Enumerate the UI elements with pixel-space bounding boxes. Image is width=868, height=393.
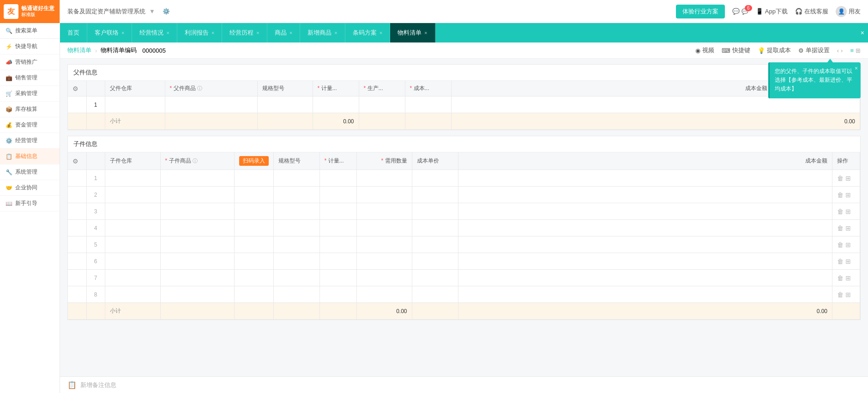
child-row2-unit-cost[interactable] bbox=[412, 187, 458, 203]
child-row1-cost-amount[interactable] bbox=[458, 170, 832, 187]
message-group[interactable]: 💬 6 💬 bbox=[732, 8, 748, 15]
child-row6-unit-cost[interactable] bbox=[412, 253, 458, 270]
online-service-group[interactable]: 🎧 在线客服 bbox=[795, 7, 828, 16]
child-row5-spec[interactable] bbox=[273, 236, 319, 253]
child-row4-warehouse[interactable] bbox=[105, 220, 160, 236]
child-row4-unit-cost[interactable] bbox=[412, 220, 458, 236]
child-row3-copy-icon[interactable]: ⊞ bbox=[845, 208, 851, 215]
child-row2-scan[interactable] bbox=[234, 187, 273, 203]
child-row7-product[interactable] bbox=[160, 270, 234, 286]
parent-row1-spec[interactable] bbox=[257, 97, 313, 113]
list-view-icon[interactable]: ≡ bbox=[850, 47, 854, 54]
sidebar-item-basic-info[interactable]: 📋 基础信息 bbox=[0, 149, 60, 164]
user-group[interactable]: 👤 用友 bbox=[836, 6, 861, 17]
header-settings-icon[interactable]: ⚙️ bbox=[163, 8, 170, 15]
child-row3-product[interactable] bbox=[160, 203, 234, 220]
child-row6-qty[interactable] bbox=[356, 253, 412, 270]
child-row8-unit-cost[interactable] bbox=[412, 286, 458, 303]
child-row2-product[interactable] bbox=[160, 187, 234, 203]
grid-view-icon[interactable]: ⊞ bbox=[856, 47, 861, 54]
child-row2-delete-icon[interactable]: 🗑 bbox=[837, 191, 844, 199]
tab-close-all[interactable]: × bbox=[857, 29, 868, 36]
extract-cost-action[interactable]: 💡 提取成本 bbox=[758, 46, 791, 54]
child-row5-copy-icon[interactable]: ⊞ bbox=[845, 241, 851, 248]
child-row7-warehouse[interactable] bbox=[105, 270, 160, 286]
child-row8-qty[interactable] bbox=[356, 286, 412, 303]
child-row4-spec[interactable] bbox=[273, 220, 319, 236]
child-row4-qty[interactable] bbox=[356, 220, 412, 236]
child-row7-qty[interactable] bbox=[356, 270, 412, 286]
child-row8-cost-amount[interactable] bbox=[458, 286, 832, 303]
tab-new-product-close[interactable]: × bbox=[334, 30, 337, 36]
child-row8-unit[interactable] bbox=[319, 286, 356, 303]
child-row2-unit[interactable] bbox=[319, 187, 356, 203]
child-row3-unit-cost[interactable] bbox=[412, 203, 458, 220]
parent-row1-unit[interactable] bbox=[313, 97, 359, 113]
parent-settings-icon[interactable]: ⚙ bbox=[72, 85, 78, 92]
tab-products[interactable]: 商品 × bbox=[267, 23, 300, 42]
child-row4-scan[interactable] bbox=[234, 220, 273, 236]
child-row1-warehouse[interactable] bbox=[105, 170, 160, 187]
sidebar-item-inventory[interactable]: 📦 库存核算 bbox=[0, 102, 60, 117]
child-row5-cost-amount[interactable] bbox=[458, 236, 832, 253]
child-row6-spec[interactable] bbox=[273, 253, 319, 270]
child-row3-scan[interactable] bbox=[234, 203, 273, 220]
child-row3-cost-amount[interactable] bbox=[458, 203, 832, 220]
child-row6-unit[interactable] bbox=[319, 253, 356, 270]
child-row6-scan[interactable] bbox=[234, 253, 273, 270]
tab-customer[interactable]: 客户联络 × bbox=[87, 23, 132, 42]
child-row6-cost-amount[interactable] bbox=[458, 253, 832, 270]
tab-history[interactable]: 经营历程 × bbox=[222, 23, 267, 42]
child-row7-scan[interactable] bbox=[234, 270, 273, 286]
parent-row1-produce[interactable] bbox=[359, 97, 405, 113]
child-row2-qty[interactable] bbox=[356, 187, 412, 203]
view-action[interactable]: ◉ 视频 bbox=[695, 46, 714, 54]
child-row1-copy-icon[interactable]: ⊞ bbox=[845, 175, 851, 182]
next-icon[interactable]: › bbox=[841, 47, 843, 54]
tab-profit-close[interactable]: × bbox=[211, 30, 214, 36]
parent-row1-product[interactable] bbox=[165, 97, 257, 113]
parent-row1-cost[interactable] bbox=[405, 97, 451, 113]
child-row4-copy-icon[interactable]: ⊞ bbox=[845, 224, 851, 232]
bottom-bar-icon[interactable]: 📋 bbox=[67, 381, 77, 389]
parent-row1-cost-amount[interactable] bbox=[451, 97, 860, 113]
tab-bom[interactable]: 物料清单 × bbox=[390, 23, 435, 42]
sidebar-search[interactable]: 🔍 搜索菜单 bbox=[0, 23, 60, 39]
child-row1-product[interactable] bbox=[160, 170, 234, 187]
sidebar-item-quick-nav[interactable]: ⚡ 快捷导航 bbox=[0, 39, 60, 54]
scan-button[interactable]: 扫码录入 bbox=[239, 156, 269, 166]
tab-history-close[interactable]: × bbox=[256, 30, 259, 36]
child-row2-spec[interactable] bbox=[273, 187, 319, 203]
sidebar-item-enterprise[interactable]: 🤝 企业协同 bbox=[0, 180, 60, 196]
child-row1-qty[interactable] bbox=[356, 170, 412, 187]
child-row5-qty[interactable] bbox=[356, 236, 412, 253]
child-row3-delete-icon[interactable]: 🗑 bbox=[837, 208, 844, 215]
child-row1-spec[interactable] bbox=[273, 170, 319, 187]
tooltip-close-btn[interactable]: × bbox=[855, 64, 858, 73]
sidebar-item-system[interactable]: 🔧 系统管理 bbox=[0, 164, 60, 180]
tab-home[interactable]: 首页 bbox=[60, 23, 87, 42]
breadcrumb-list[interactable]: 物料清单 bbox=[67, 46, 91, 54]
child-row5-unit-cost[interactable] bbox=[412, 236, 458, 253]
child-row6-copy-icon[interactable]: ⊞ bbox=[845, 258, 851, 265]
tab-barcode[interactable]: 条码方案 × bbox=[345, 23, 390, 42]
single-settings-action[interactable]: ⚙ 单据设置 bbox=[798, 46, 830, 54]
shortcut-action[interactable]: ⌨ 快捷键 bbox=[722, 46, 750, 54]
child-row8-product[interactable] bbox=[160, 286, 234, 303]
sidebar-item-marketing[interactable]: 📣 营销推广 bbox=[0, 54, 60, 70]
tab-profit[interactable]: 利润报告 × bbox=[177, 23, 222, 42]
child-row3-warehouse[interactable] bbox=[105, 203, 160, 220]
header-dropdown-icon[interactable]: ▼ bbox=[149, 8, 155, 15]
tab-products-close[interactable]: × bbox=[289, 30, 292, 36]
child-row2-cost-amount[interactable] bbox=[458, 187, 832, 203]
app-download-group[interactable]: 📱 App下载 bbox=[756, 7, 788, 16]
child-row6-product[interactable] bbox=[160, 253, 234, 270]
child-row8-warehouse[interactable] bbox=[105, 286, 160, 303]
child-row1-unit[interactable] bbox=[319, 170, 356, 187]
child-row2-copy-icon[interactable]: ⊞ bbox=[845, 191, 851, 199]
prev-icon[interactable]: ‹ bbox=[837, 47, 839, 54]
child-row5-warehouse[interactable] bbox=[105, 236, 160, 253]
tab-bom-close[interactable]: × bbox=[424, 30, 427, 36]
child-row7-copy-icon[interactable]: ⊞ bbox=[845, 274, 851, 282]
child-row5-delete-icon[interactable]: 🗑 bbox=[837, 241, 844, 248]
